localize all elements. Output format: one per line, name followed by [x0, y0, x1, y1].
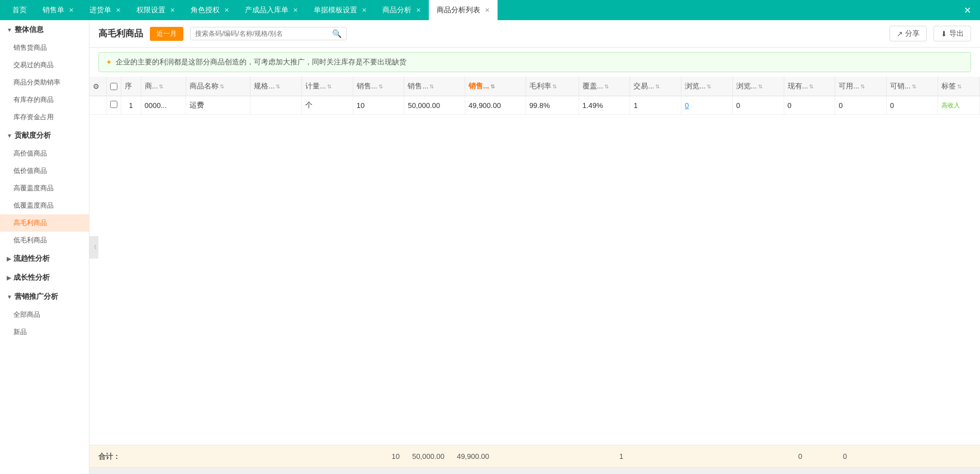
th-saleable-stock[interactable]: 可销... ⇅ [886, 77, 938, 96]
nav-product-analysis-close[interactable]: ✕ [416, 0, 421, 20]
sidebar-item-category-sales[interactable]: 商品分类助销率 [0, 74, 89, 91]
th-tag[interactable]: 标签 ⇅ [938, 77, 979, 96]
search-input[interactable] [195, 30, 332, 37]
sidebar-item-low-value[interactable]: 低价值商品 [0, 162, 89, 180]
sort-saleable-stock-icon: ⇅ [912, 83, 916, 90]
nav-role[interactable]: 角色授权 ✕ [183, 0, 237, 20]
row-select-checkbox[interactable] [110, 101, 117, 108]
row-checkbox[interactable] [106, 96, 121, 115]
row-spec [250, 96, 302, 115]
nav-product-inbound[interactable]: 产成品入库单 ✕ [237, 0, 306, 20]
footer-sales-amount: 50,000.00 [411, 452, 456, 461]
nav-permission-label: 权限设置 [136, 0, 165, 20]
sidebar-item-stock-capital[interactable]: 库存资金占用 [0, 109, 89, 126]
th-name[interactable]: 商品名称 ⇅ [186, 77, 250, 96]
nav-template[interactable]: 单据模板设置 ✕ [306, 0, 375, 20]
sort-sales-qty-icon: ⇅ [378, 83, 383, 90]
th-sales-amount[interactable]: 销售... ⇅ [404, 77, 465, 96]
footer-available-stock: 0 [769, 452, 813, 461]
nav-template-close[interactable]: ✕ [362, 0, 367, 20]
th-spec[interactable]: 规格... ⇅ [250, 77, 302, 96]
nav-product-inbound-close[interactable]: ✕ [293, 0, 298, 20]
top-navigation: 首页 销售单 ✕ 进货单 ✕ 权限设置 ✕ 角色授权 ✕ 产成品入库单 ✕ 单据… [0, 0, 980, 20]
share-icon: ↗ [897, 30, 903, 38]
row-index: 1 [121, 96, 141, 115]
main-container: ▼ 整体信息 销售货商品 交易过的商品 商品分类助销率 有库存的商品 库存资金占… [0, 20, 980, 474]
th-coverage[interactable]: 覆盖... ⇅ [579, 77, 630, 96]
sidebar-item-all-goods[interactable]: 全部商品 [0, 306, 89, 323]
th-views2[interactable]: 浏览... ⇅ [732, 77, 784, 96]
sort-code-icon: ⇅ [159, 83, 163, 90]
sidebar-item-low-coverage[interactable]: 低覆盖度商品 [0, 197, 89, 214]
th-settings[interactable]: ⚙ [89, 77, 106, 96]
info-icon: ✦ [106, 58, 112, 67]
th-transactions[interactable]: 交易... ⇅ [630, 77, 681, 96]
th-checkbox[interactable] [106, 77, 121, 96]
search-icon[interactable]: 🔍 [332, 29, 342, 38]
views1-link[interactable]: 0 [685, 101, 689, 110]
sort-coverage-icon: ⇅ [604, 83, 609, 90]
nav-home[interactable]: 首页 [4, 0, 35, 20]
sidebar-item-traded-goods[interactable]: 交易过的商品 [0, 57, 89, 74]
filter-last-month-button[interactable]: 近一月 [150, 27, 183, 41]
row-saleable-stock: 0 [886, 96, 938, 115]
sort-views2-icon: ⇅ [758, 83, 763, 90]
sidebar-item-new-products[interactable]: 新品 [0, 323, 89, 341]
th-gross-margin[interactable]: 毛利率 ⇅ [525, 77, 579, 96]
sidebar-item-sales-goods[interactable]: 销售货商品 [0, 39, 89, 57]
sidebar-group-marketing[interactable]: ▼ 营销推广分析 [0, 287, 89, 306]
row-views1[interactable]: 0 [681, 96, 733, 115]
th-code-label: 商... [145, 81, 158, 91]
sort-name-icon: ⇅ [220, 83, 224, 90]
th-views1[interactable]: 浏览... ⇅ [681, 77, 733, 96]
sidebar-collapse-button[interactable]: 《 [89, 236, 98, 259]
sidebar-item-low-margin[interactable]: 低毛利商品 [0, 232, 89, 249]
nav-sales-close[interactable]: ✕ [69, 0, 74, 20]
page-title: 高毛利商品 [98, 28, 143, 40]
sidebar-group-overall[interactable]: ▼ 整体信息 [0, 20, 89, 39]
sidebar-item-stocked-goods[interactable]: 有库存的商品 [0, 91, 89, 109]
th-code[interactable]: 商... ⇅ [141, 77, 186, 96]
sort-views1-icon: ⇅ [707, 83, 711, 90]
sort-transactions-icon: ⇅ [655, 83, 660, 90]
sidebar-item-high-value[interactable]: 高价值商品 [0, 145, 89, 162]
window-close-btn[interactable]: ✕ [959, 5, 976, 16]
th-gross-margin-label: 毛利率 [529, 81, 551, 91]
sort-available-stock-icon: ⇅ [860, 83, 865, 90]
sidebar-group-contribution[interactable]: ▼ 贡献度分析 [0, 126, 89, 145]
select-all-checkbox[interactable] [110, 83, 117, 90]
nav-permission[interactable]: 权限设置 ✕ [129, 0, 183, 20]
nav-purchase-close[interactable]: ✕ [116, 0, 121, 20]
th-current-stock[interactable]: 现有... ⇅ [784, 77, 835, 96]
th-sales-qty-label: 销售... [357, 81, 377, 91]
nav-role-close[interactable]: ✕ [224, 0, 229, 20]
sidebar-item-high-margin[interactable]: 高毛利商品 [0, 214, 89, 232]
nav-permission-close[interactable]: ✕ [170, 0, 175, 20]
nav-product-analysis-list[interactable]: 商品分析列表 ✕ [429, 0, 498, 20]
th-sales-qty[interactable]: 销售... ⇅ [353, 77, 404, 96]
row-transactions: 1 [630, 96, 681, 115]
th-coverage-label: 覆盖... [583, 81, 603, 91]
sidebar-group-trend-label: 流趋性分析 [13, 254, 50, 264]
nav-product-analysis[interactable]: 商品分析 ✕ [375, 0, 429, 20]
export-button[interactable]: ⬇ 导出 [934, 26, 971, 41]
table-header-row: ⚙ 序 商... ⇅ [89, 77, 980, 96]
export-icon: ⬇ [941, 30, 947, 38]
nav-purchase[interactable]: 进货单 ✕ [82, 0, 129, 20]
sidebar-group-growth[interactable]: ▶ 成长性分析 [0, 268, 89, 287]
nav-product-analysis-list-close[interactable]: ✕ [485, 0, 490, 20]
row-available-stock: 0 [835, 96, 887, 115]
nav-sales-order[interactable]: 销售单 ✕ [35, 0, 82, 20]
th-unit[interactable]: 计量... ⇅ [302, 77, 353, 96]
row-coverage: 1.49% [579, 96, 630, 115]
horizontal-scrollbar[interactable] [89, 467, 980, 474]
sort-spec-icon: ⇅ [276, 83, 280, 90]
nav-purchase-label: 进货单 [89, 0, 111, 20]
th-available-stock[interactable]: 可用... ⇅ [835, 77, 887, 96]
share-button[interactable]: ↗ 分享 [889, 26, 927, 41]
sidebar-group-growth-label: 成长性分析 [13, 273, 50, 283]
sidebar-group-trend[interactable]: ▶ 流趋性分析 [0, 249, 89, 268]
sidebar-item-high-coverage[interactable]: 高覆盖度商品 [0, 180, 89, 197]
sidebar-group-overall-label: 整体信息 [15, 25, 44, 35]
th-sales-cost[interactable]: 销售... ⇅ [465, 77, 526, 96]
